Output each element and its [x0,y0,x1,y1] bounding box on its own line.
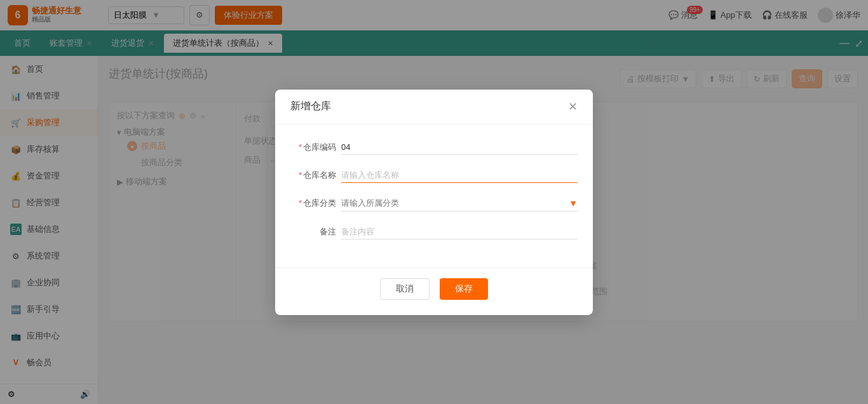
modal-body: 仓库编码 仓库名称 仓库分类 ▼ 备注 [275,125,593,262]
modal-footer: 取消 保存 [275,267,593,315]
new-warehouse-modal: 新增仓库 ✕ 仓库编码 仓库名称 仓库分类 ▼ [275,90,593,315]
notes-input[interactable] [341,224,578,239]
cancel-button[interactable]: 取消 [380,278,430,300]
warehouse-category-label: 仓库分类 [290,198,341,209]
warehouse-name-row: 仓库名称 [290,168,578,183]
warehouse-name-label: 仓库名称 [290,170,341,181]
warehouse-category-input[interactable] [341,198,569,208]
notes-label: 备注 [290,226,341,238]
save-button[interactable]: 保存 [440,278,488,300]
warehouse-category-select[interactable]: ▼ [341,196,578,212]
modal-close-button[interactable]: ✕ [568,100,578,114]
warehouse-category-row: 仓库分类 ▼ [290,196,578,212]
warehouse-code-input[interactable] [341,140,578,155]
modal-overlay: 新增仓库 ✕ 仓库编码 仓库名称 仓库分类 ▼ [0,0,868,404]
modal-header: 新增仓库 ✕ [275,90,593,125]
dropdown-arrow-icon: ▼ [569,198,578,208]
modal-title: 新增仓库 [290,100,331,113]
warehouse-code-row: 仓库编码 [290,140,578,155]
warehouse-code-label: 仓库编码 [290,142,341,153]
warehouse-name-input[interactable] [341,168,578,183]
notes-row: 备注 [290,224,578,239]
